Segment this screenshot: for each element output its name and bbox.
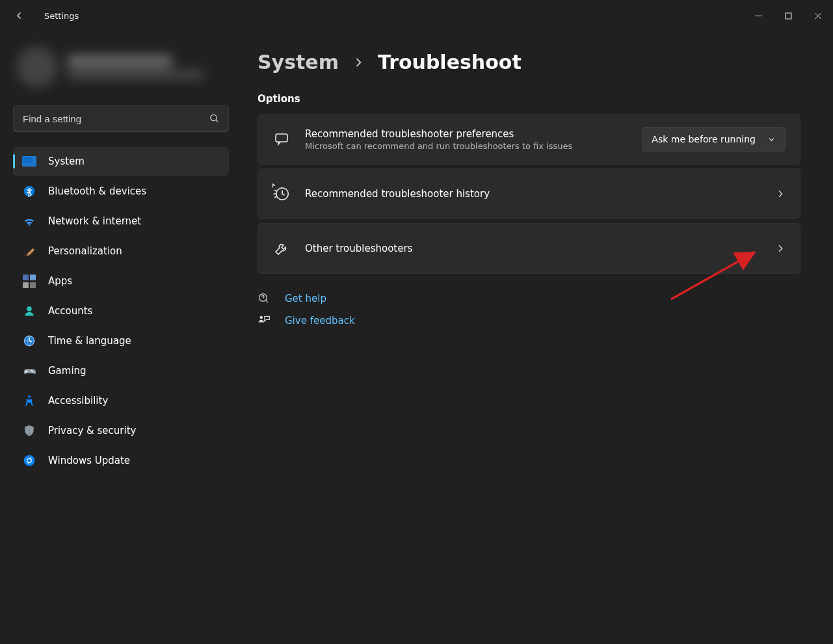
svg-rect-11 bbox=[276, 134, 287, 142]
sidebar-item-label: Apps bbox=[48, 275, 72, 287]
card-troubleshooter-history[interactable]: Recommended troubleshooter history bbox=[258, 168, 800, 219]
history-icon bbox=[272, 185, 291, 203]
svg-point-4 bbox=[27, 306, 32, 312]
link-text[interactable]: Get help bbox=[285, 293, 326, 304]
account-icon bbox=[22, 304, 36, 318]
svg-rect-0 bbox=[755, 16, 762, 16]
svg-point-8 bbox=[32, 371, 33, 373]
sidebar-item-label: Personalization bbox=[48, 245, 122, 257]
sidebar-item-label: Gaming bbox=[48, 365, 86, 377]
content: System Troubleshoot Options Recommended … bbox=[234, 31, 833, 644]
sidebar-item-label: Privacy & security bbox=[48, 425, 136, 436]
brush-icon bbox=[22, 244, 36, 258]
chevron-right-icon bbox=[775, 243, 786, 254]
close-button[interactable] bbox=[803, 5, 833, 26]
chevron-right-icon bbox=[352, 56, 365, 69]
sidebar-item-label: Accessibility bbox=[48, 395, 108, 407]
sidebar-item-label: Network & internet bbox=[48, 215, 141, 227]
sidebar-item-gaming[interactable]: Gaming bbox=[13, 356, 229, 385]
app-title: Settings bbox=[44, 11, 79, 21]
apps-icon bbox=[22, 274, 36, 288]
chat-icon bbox=[272, 130, 291, 148]
maximize-button[interactable] bbox=[773, 5, 803, 26]
breadcrumb-parent[interactable]: System bbox=[258, 51, 339, 74]
svg-point-13 bbox=[259, 294, 267, 302]
card-title: Recommended troubleshooter history bbox=[305, 188, 761, 200]
minimize-button[interactable] bbox=[743, 5, 773, 26]
feedback-icon bbox=[258, 314, 271, 327]
breadcrumb-current: Troubleshoot bbox=[378, 51, 522, 74]
bluetooth-icon bbox=[22, 184, 36, 198]
chevron-down-icon bbox=[767, 135, 776, 144]
sidebar-item-system[interactable]: System bbox=[13, 147, 229, 176]
svg-point-14 bbox=[260, 316, 263, 319]
card-troubleshooter-prefs[interactable]: Recommended troubleshooter preferences M… bbox=[258, 114, 800, 165]
card-other-troubleshooters[interactable]: Other troubleshooters bbox=[258, 223, 800, 274]
update-icon bbox=[22, 453, 36, 468]
wifi-icon bbox=[22, 214, 36, 228]
svg-point-10 bbox=[24, 455, 35, 466]
chevron-right-icon bbox=[775, 189, 786, 199]
breadcrumb: System Troubleshoot bbox=[258, 51, 800, 74]
sidebar-item-network[interactable]: Network & internet bbox=[13, 207, 229, 235]
dropdown-value: Ask me before running bbox=[652, 134, 756, 144]
back-button[interactable] bbox=[9, 5, 30, 26]
sidebar-item-label: Accounts bbox=[48, 305, 92, 317]
sidebar-item-label: Bluetooth & devices bbox=[48, 185, 146, 197]
card-title: Other troubleshooters bbox=[305, 243, 761, 254]
get-help-link[interactable]: Get help bbox=[258, 292, 800, 305]
account-area[interactable] bbox=[13, 40, 229, 101]
svg-rect-1 bbox=[786, 13, 791, 19]
give-feedback-link[interactable]: Give feedback bbox=[258, 314, 800, 327]
search-input[interactable] bbox=[13, 105, 229, 131]
sidebar-item-personalization[interactable]: Personalization bbox=[13, 237, 229, 265]
sidebar: System Bluetooth & devices Network & int… bbox=[0, 31, 234, 644]
sidebar-item-label: Time & language bbox=[48, 335, 131, 347]
sidebar-item-accessibility[interactable]: Accessibility bbox=[13, 386, 229, 415]
sidebar-item-accounts[interactable]: Accounts bbox=[13, 297, 229, 325]
clock-icon bbox=[22, 334, 36, 348]
sidebar-item-label: Windows Update bbox=[48, 455, 130, 466]
sidebar-item-privacy[interactable]: Privacy & security bbox=[13, 416, 229, 445]
sidebar-item-bluetooth[interactable]: Bluetooth & devices bbox=[13, 177, 229, 206]
prefs-dropdown[interactable]: Ask me before running bbox=[642, 127, 786, 152]
titlebar: Settings bbox=[0, 0, 833, 31]
card-title: Recommended troubleshooter preferences bbox=[305, 128, 628, 140]
sidebar-item-time-language[interactable]: Time & language bbox=[13, 327, 229, 355]
svg-point-9 bbox=[28, 396, 31, 398]
accessibility-icon bbox=[22, 394, 36, 408]
sidebar-item-apps[interactable]: Apps bbox=[13, 267, 229, 295]
sidebar-item-label: System bbox=[48, 155, 85, 167]
search-icon bbox=[209, 113, 220, 124]
help-icon bbox=[258, 292, 271, 305]
game-icon bbox=[22, 364, 36, 378]
wrench-icon bbox=[272, 239, 291, 258]
sidebar-item-windows-update[interactable]: Windows Update bbox=[13, 446, 229, 475]
system-icon bbox=[22, 154, 36, 168]
shield-icon bbox=[22, 423, 36, 438]
avatar bbox=[17, 47, 57, 87]
svg-point-2 bbox=[211, 114, 217, 120]
card-subtitle: Microsoft can recommend and run troubles… bbox=[305, 141, 628, 151]
link-text[interactable]: Give feedback bbox=[285, 315, 355, 327]
section-title: Options bbox=[258, 93, 800, 105]
svg-point-7 bbox=[31, 370, 33, 371]
svg-point-3 bbox=[24, 186, 35, 197]
